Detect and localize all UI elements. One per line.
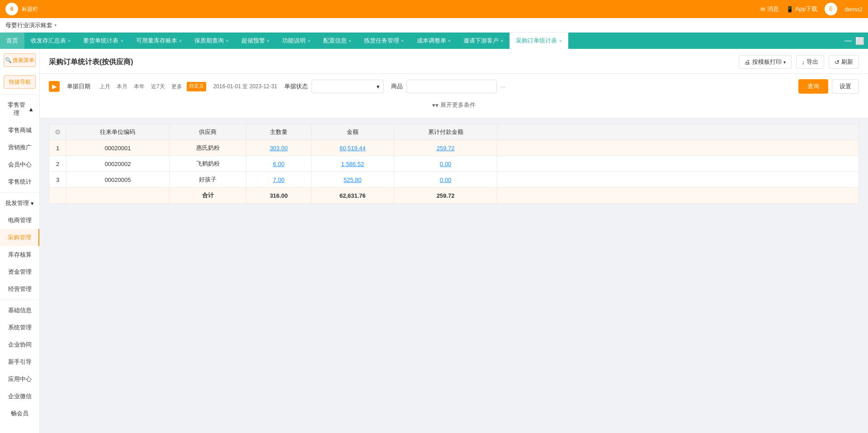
tab-warranty-query[interactable]: 保质期查询 × (188, 33, 235, 49)
row-no: 1 (49, 140, 66, 156)
search-icon: 🔍 (5, 57, 12, 63)
shortcut-more[interactable]: 更多 (170, 82, 184, 91)
status-filter-group: 单据状态 ▾ (284, 80, 384, 93)
tab-purchase-stats[interactable]: 采购订单统计表 × (509, 33, 568, 49)
close-icon[interactable]: × (401, 38, 404, 43)
sidebar-item-retail-stats[interactable]: 零售统计 (0, 173, 39, 190)
tab-func-desc[interactable]: 功能说明 × (276, 33, 316, 49)
refresh-btn[interactable]: ↺ 刷新 (829, 55, 859, 69)
col-amount: 金额 (311, 124, 394, 140)
paid-link[interactable]: 0.00 (440, 161, 451, 167)
sidebar-item-retail-mall[interactable]: 零售商城 (0, 122, 39, 139)
user-name[interactable]: demo2 (844, 6, 863, 13)
sidebar-item-marketing[interactable]: 营销推广 (0, 139, 39, 156)
tab-available-stock[interactable]: 可用量库存账本 × (130, 33, 188, 49)
col-partner-code: 往来单位编码 (66, 124, 170, 140)
shortcut-this-year[interactable]: 本年 (132, 82, 146, 91)
shortcut-last-month[interactable]: 上月 (98, 82, 112, 91)
close-icon[interactable]: × (559, 38, 561, 43)
workspace-bar: 母婴行业演示账套 ▾ (0, 18, 868, 33)
app-download-btn[interactable]: 📱 App下载 (786, 5, 817, 13)
close-icon[interactable]: × (267, 38, 269, 43)
print-arrow-icon: ▾ (783, 60, 786, 65)
filter-toggle-btn[interactable]: ▶ (49, 81, 60, 92)
column-settings-icon[interactable]: ⚙ (55, 128, 61, 136)
close-icon[interactable]: × (448, 38, 451, 43)
expand-more-btn[interactable]: ▾▾ 展开更多条件 (49, 97, 859, 113)
amount-link[interactable]: 1,586.52 (341, 161, 364, 167)
main-layout: 🔍 搜索菜单 快捷导航 零售管理 ▲ 零售商城 营销推广 会员中心 零售统计 批 (0, 49, 868, 433)
tab-overstock-warning[interactable]: 超储预警 × (235, 33, 276, 49)
sidebar-item-basic-info[interactable]: 基础信息 (0, 302, 39, 319)
goods-more-icon[interactable]: ··· (500, 83, 505, 90)
export-btn[interactable]: ↓ 导出 (796, 55, 825, 69)
workspace-selector[interactable]: 母婴行业演示账套 ▾ (5, 21, 57, 29)
goods-input[interactable] (406, 80, 497, 93)
sidebar-item-vip-member[interactable]: 畅会员 (0, 405, 39, 422)
goods-filter-label: 商品 (391, 82, 403, 90)
sidebar-item-app-center[interactable]: 应用中心 (0, 371, 39, 388)
query-btn[interactable]: 查询 (798, 79, 828, 94)
tab-config-info[interactable]: 配置信息 × (317, 33, 358, 49)
status-filter-label: 单据状态 (284, 82, 308, 90)
chevron-icon: ▾ (31, 200, 34, 207)
tab-minimize-icon[interactable]: — (844, 37, 852, 45)
user-avatar[interactable]: E (825, 3, 837, 15)
quick-nav-btn[interactable]: 快捷导航 (4, 75, 36, 89)
tab-home[interactable]: 首页 (0, 33, 24, 49)
amount-link[interactable]: 525.80 (344, 176, 362, 183)
sidebar-item-purchase-mgmt[interactable]: 采购管理 (0, 229, 39, 246)
sidebar-item-inventory-check[interactable]: 库存核算 (0, 246, 39, 263)
qty-link[interactable]: 7.00 (273, 176, 284, 183)
status-select[interactable]: ▾ (311, 80, 384, 93)
row-no: 3 (49, 172, 66, 188)
close-icon[interactable]: × (307, 38, 310, 43)
sidebar-item-wholesale-mgmt[interactable]: 批发管理 ▾ (0, 195, 39, 212)
tab-cost-adjust[interactable]: 成本调整单 × (410, 33, 457, 49)
close-icon[interactable]: × (349, 38, 351, 43)
qty-link[interactable]: 303.00 (270, 145, 288, 152)
table-row: 2 00020002 飞鹤奶粉 6.00 1,586.52 0.00 (49, 156, 859, 172)
quick-nav-section: 快捷导航 (0, 71, 39, 92)
print-icon: 🖨 (745, 59, 750, 66)
message-btn[interactable]: ✉ 消息 (760, 5, 779, 13)
sidebar-item-ecom-mgmt[interactable]: 电商管理 (0, 212, 39, 229)
sidebar-item-sys-mgmt[interactable]: 系统管理 (0, 319, 39, 336)
logo-icon: 6 (5, 3, 18, 15)
tab-maximize-icon[interactable]: ⬜ (855, 37, 864, 45)
paid-link[interactable]: 259.72 (437, 145, 455, 152)
sidebar-item-retail-mgmt[interactable]: 零售管理 ▲ (0, 96, 39, 122)
print-btn[interactable]: 🖨 按模板打印 ▾ (739, 55, 792, 69)
sidebar-item-member-center[interactable]: 会员中心 (0, 156, 39, 173)
qty-link[interactable]: 6.00 (273, 161, 284, 167)
close-icon[interactable]: × (500, 38, 503, 43)
row-no: 2 (49, 156, 66, 172)
app-subtitle: 标题栏 (22, 5, 38, 13)
close-icon[interactable]: × (179, 38, 182, 43)
sidebar-item-enterprise-collab[interactable]: 企业协同 (0, 336, 39, 353)
date-range-display: 2016-01-01 至 2023-12-31 (213, 83, 277, 90)
tab-label: 可用量库存账本 (136, 37, 177, 45)
close-icon[interactable]: × (68, 38, 71, 43)
sidebar-item-finance-mgmt[interactable]: 资金管理 (0, 263, 39, 281)
search-menu-btn[interactable]: 🔍 搜索菜单 (4, 53, 36, 67)
close-icon[interactable]: × (226, 38, 228, 43)
tab-collect-dispatch[interactable]: 收发存汇总表 × (24, 33, 77, 49)
col-paid-amount: 累计付款金额 (394, 124, 497, 140)
amount-link[interactable]: 60,519.44 (340, 145, 366, 152)
shortcut-7days[interactable]: 近7天 (149, 82, 167, 91)
filter-action-btns: 查询 设置 (798, 79, 859, 94)
row-partner-code: 00020002 (66, 156, 170, 172)
sidebar-item-ops-mgmt[interactable]: 经营管理 (0, 281, 39, 298)
paid-link[interactable]: 0.00 (440, 176, 451, 183)
footer-amount: 62,631.76 (311, 188, 394, 204)
setting-btn[interactable]: 设置 (832, 79, 859, 94)
tab-order-stats[interactable]: 要货单统计表 × (77, 33, 129, 49)
close-icon[interactable]: × (120, 38, 123, 43)
shortcut-this-month[interactable]: 本月 (115, 82, 129, 91)
sidebar-item-new-guide[interactable]: 新手引导 (0, 353, 39, 371)
tab-invite-downstream[interactable]: 邀请下游客户 × (457, 33, 509, 49)
tab-pick-task[interactable]: 拣货任务管理 × (358, 33, 410, 49)
sidebar-item-enterprise-wechat[interactable]: 企业微信 (0, 388, 39, 405)
row-main-qty: 303.00 (246, 140, 311, 156)
